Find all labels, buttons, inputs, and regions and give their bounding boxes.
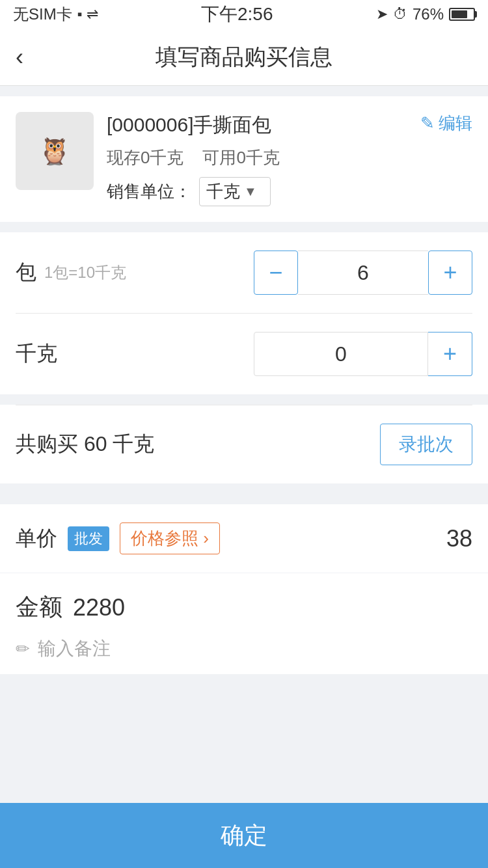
stock-value: 现存0千克 [107, 148, 183, 167]
package-hint: 1包=10千克 [44, 262, 126, 283]
product-info: [0000006]手撕面包 现存0千克 可用0千克 销售单位： 千克 ▼ [107, 112, 472, 206]
kilogram-qty-control: + [254, 332, 472, 376]
product-section: 🦉 [0000006]手撕面包 现存0千克 可用0千克 销售单位： 千克 ▼ ✎… [0, 96, 488, 222]
location-icon: ➤ [376, 6, 388, 23]
price-ref-button[interactable]: 价格参照 › [120, 522, 220, 554]
amount-value: 2280 [73, 594, 125, 621]
package-row: 包 1包=10千克 − + [0, 232, 488, 313]
package-qty-input[interactable] [298, 251, 428, 295]
product-logo: 🦉 [38, 136, 71, 167]
package-label: 包 1包=10千克 [16, 258, 126, 287]
kilogram-label-text: 千克 [16, 340, 57, 368]
back-button[interactable]: ‹ [16, 44, 23, 71]
unit-select[interactable]: 千克 ▼ [199, 177, 271, 206]
page-title: 填写商品购买信息 [156, 42, 332, 72]
product-stock: 现存0千克 可用0千克 [107, 146, 472, 169]
divider-1 [0, 222, 488, 232]
status-bar: 无SIM卡 ▪️ ⇌ 下午2:56 ➤ ⏱ 76% [0, 0, 488, 29]
edit-label: 编辑 [439, 112, 472, 135]
remark-row[interactable]: ✏ 输入备注 [16, 636, 472, 661]
product-unit-row: 销售单位： 千克 ▼ [107, 177, 472, 206]
kilogram-label: 千克 [16, 340, 57, 368]
amount-label: 金额 [16, 591, 62, 623]
wifi-icon: ▪️ ⇌ [77, 6, 98, 23]
price-section: 单价 批发 价格参照 › 38 [0, 504, 488, 573]
price-value: 38 [446, 525, 472, 552]
product-name: [0000006]手撕面包 [107, 112, 472, 139]
chevron-down-icon: ▼ [244, 184, 257, 199]
package-section: 包 1包=10千克 − + 千克 + [0, 232, 488, 394]
summary-row: 共购买 60 千克 录批次 [0, 405, 488, 483]
package-minus-button[interactable]: − [254, 251, 298, 295]
stock-separator [189, 148, 198, 167]
edit-icon: ✎ [420, 113, 435, 133]
confirm-bar[interactable]: 确定 [0, 803, 488, 868]
edit-button[interactable]: ✎ 编辑 [420, 112, 472, 135]
nav-bar: ‹ 填写商品购买信息 [0, 29, 488, 86]
unit-value: 千克 [206, 180, 240, 203]
carrier-label: 无SIM卡 [13, 4, 72, 25]
batch-button[interactable]: 录批次 [380, 424, 472, 465]
package-label-text: 包 [16, 258, 36, 287]
amount-row: 金额 2280 [16, 591, 472, 623]
available-value: 可用0千克 [202, 148, 279, 167]
price-badge: 批发 [68, 526, 109, 551]
product-image: 🦉 [16, 112, 94, 190]
price-label: 单价 [16, 524, 57, 553]
time-label: 下午2:56 [201, 2, 273, 27]
remark-placeholder[interactable]: 输入备注 [38, 636, 111, 661]
amount-section: 金额 2280 ✏ 输入备注 [0, 573, 488, 674]
summary-section: 共购买 60 千克 录批次 [0, 405, 488, 483]
battery-icon [449, 8, 475, 21]
price-row: 单价 批发 价格参照 › 38 [16, 522, 472, 554]
package-qty-control: − + [254, 251, 472, 295]
summary-text: 共购买 60 千克 [16, 430, 154, 459]
pencil-icon: ✏ [16, 639, 30, 659]
status-left: 无SIM卡 ▪️ ⇌ [13, 4, 98, 25]
divider-4 [0, 483, 488, 494]
kilogram-plus-button[interactable]: + [428, 332, 472, 376]
unit-label: 销售单位： [107, 180, 191, 203]
kilogram-row: 千克 + [0, 314, 488, 394]
package-plus-button[interactable]: + [428, 251, 472, 295]
status-right: ➤ ⏱ 76% [376, 5, 475, 23]
confirm-button[interactable]: 确定 [221, 820, 267, 852]
alarm-icon: ⏱ [393, 6, 407, 23]
battery-percent: 76% [413, 5, 444, 23]
kilogram-qty-input[interactable] [254, 332, 428, 376]
